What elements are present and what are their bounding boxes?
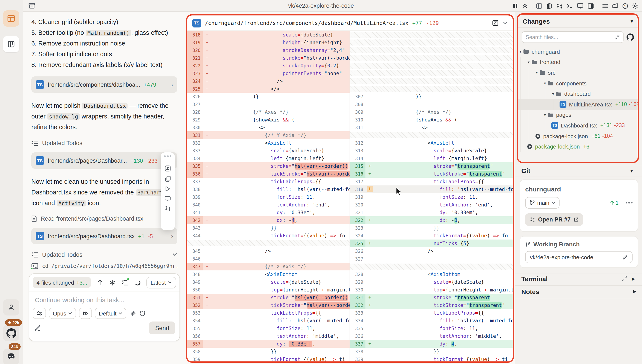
collapse-tree-icon[interactable] xyxy=(614,34,620,40)
diff-line[interactable]: 357- dy: '0.33em', xyxy=(187,340,350,348)
diff-line[interactable]: 318- scale={dateScale} xyxy=(187,31,350,39)
panel-left-toggle[interactable] xyxy=(536,3,542,9)
collapse-diff-button[interactable] xyxy=(503,22,508,24)
diff-line[interactable]: 334 fill: 'hsl(var(--muted-foreground))'… xyxy=(350,317,513,324)
display-button[interactable] xyxy=(577,3,583,9)
diff-line[interactable]: 333 scale={valueScale} xyxy=(187,147,350,154)
diff-line[interactable]: 334 left={margin.left} xyxy=(187,154,350,162)
version-dropdown[interactable]: Latest xyxy=(146,277,176,288)
terminal-section-header[interactable]: Terminal xyxy=(521,275,548,282)
scroll-up-button[interactable] xyxy=(97,280,103,286)
diff-line[interactable]: 326 )} xyxy=(187,93,350,100)
preview-button[interactable] xyxy=(165,196,171,202)
sparkle-icon[interactable] xyxy=(109,279,116,286)
git-section-header[interactable]: Git xyxy=(521,167,530,174)
diff-line[interactable]: 337+ dy: 4, xyxy=(350,340,513,348)
archive-button[interactable] xyxy=(28,2,35,9)
diff-line[interactable]: 323 }} xyxy=(350,224,513,232)
diff-line[interactable]: 329 {showAxis && ( xyxy=(187,116,350,124)
announcements-button[interactable] xyxy=(612,3,618,9)
diff-line[interactable]: 355 fontSize: 11, xyxy=(187,324,350,332)
kanban-view-button[interactable] xyxy=(3,36,19,52)
diff-line[interactable]: 349 scale={dateScale} xyxy=(187,278,350,286)
diff-line[interactable]: 331- {/* Y Axis */} xyxy=(187,131,350,139)
diff-line[interactable]: 344 tickFormat={(value) => fo xyxy=(187,232,350,240)
github-button[interactable] xyxy=(3,325,19,341)
expand-right-icon[interactable]: ▶ xyxy=(632,276,635,281)
diff-line[interactable]: 310 {showAxis && ( xyxy=(350,116,513,124)
settings-button[interactable] xyxy=(632,2,638,9)
diff-line[interactable]: 336 textAnchor: 'middle', xyxy=(350,332,513,340)
edit-branch-button[interactable] xyxy=(622,254,628,260)
diff-line[interactable]: 353 tickLabelProps={{ xyxy=(187,309,350,317)
settings-sliders-button[interactable] xyxy=(33,308,46,319)
theme-toggle[interactable] xyxy=(546,3,553,9)
working-branch-input[interactable]: vk/4e2a-explore-the-code xyxy=(525,251,632,263)
diff-line[interactable]: 356 textAnchor: 'middle', xyxy=(187,332,350,340)
add-comment-button[interactable]: + xyxy=(367,186,373,192)
diff-line[interactable]: 326 /> xyxy=(350,247,513,255)
diff-line[interactable]: 311 <> xyxy=(350,124,513,131)
diff-line[interactable]: 319 fontSize: 11, xyxy=(350,193,513,201)
pen-button[interactable] xyxy=(34,325,41,331)
mode-dropdown[interactable]: Default xyxy=(95,308,126,319)
diff-line[interactable]: 332+ tickStroke="transparent" xyxy=(350,301,513,309)
diff-line[interactable]: 321- stroke="hsl(var(--border))" xyxy=(187,54,350,62)
terminal-command-row[interactable]: cd /private/var/folders/10/h7w0q46556ggr… xyxy=(31,263,177,269)
diff-line[interactable]: 321 dy: '0.33em', xyxy=(350,208,513,216)
diff-line[interactable]: 338 fill: 'hsl(var(--muted-foreground))'… xyxy=(187,186,350,193)
diff-line[interactable]: 312 <AxisLeft xyxy=(350,139,513,147)
files-changed-pill[interactable]: 4 files changed +3... xyxy=(33,277,91,288)
diff-line[interactable]: 324 tickFormat={(value) => fo xyxy=(350,232,513,240)
tree-file-package-lock.json[interactable]: package-lock.json+61-104 xyxy=(518,131,638,142)
diff-line[interactable]: 328 {/* Axes */} xyxy=(187,108,350,116)
diff-line[interactable]: 325+ numTicks={5} xyxy=(350,240,513,247)
diff-line[interactable]: 322+ dx: -8, xyxy=(350,216,513,224)
diff-line[interactable]: 339 tickFormat={(value) => ti xyxy=(350,356,513,362)
collapse-all-button[interactable] xyxy=(522,3,528,8)
attach-button[interactable] xyxy=(131,310,136,316)
terminal-button[interactable] xyxy=(566,3,573,8)
diff-line[interactable]: 339 fontSize: 11, xyxy=(187,193,350,201)
diff-line[interactable]: 359 tickFormat={(value) => ti xyxy=(187,356,350,362)
diff-line[interactable]: 320- strokeDasharray="2,4" xyxy=(187,46,350,54)
tree-file-Dashboard.tsx[interactable]: TSDashboard.tsx+131-233 xyxy=(518,120,638,131)
diff-line[interactable]: 313 scale={valueScale} xyxy=(350,147,513,154)
diff-line[interactable]: 318+ fill: 'hsl(var(--muted-foreground))… xyxy=(350,186,513,193)
diff-line[interactable]: 354 fill: 'hsl(var(--muted-foreground))'… xyxy=(187,317,350,324)
diff-line[interactable]: 352- tickStroke="hsl(var(--border))" xyxy=(187,301,350,309)
diff-line[interactable]: 335 fontSize: 11, xyxy=(350,324,513,332)
diff-line[interactable]: 329 scale={dateScale} xyxy=(350,278,513,286)
run-button[interactable] xyxy=(165,186,171,192)
diff-view-button[interactable] xyxy=(492,20,499,26)
tree-folder-pages[interactable]: ▾pages xyxy=(518,110,638,120)
tree-folder-churnguard[interactable]: ▾churnguard xyxy=(518,46,638,57)
tree-folder-src[interactable]: ▾src xyxy=(518,68,638,78)
file-change-chip[interactable]: TS frontend/src/pages/Dashboard.tsx +1 -… xyxy=(31,228,177,244)
diff-line[interactable]: 358 }} xyxy=(187,348,350,356)
diff-line[interactable]: 345 /> xyxy=(187,247,350,255)
message-input[interactable]: Continue working on this task... xyxy=(29,292,180,306)
changes-header[interactable]: Changes ▾ xyxy=(518,14,638,28)
expand-right-icon[interactable]: ▶ xyxy=(633,289,636,294)
diff-line[interactable]: 348 <AxisBottom xyxy=(187,270,350,278)
diff-line[interactable]: 319- height={innerHeight} xyxy=(187,39,350,46)
diff-line[interactable]: 309 {/* Axes */} xyxy=(350,108,513,116)
more-options-icon[interactable] xyxy=(164,156,171,157)
diff-line[interactable]: 327 xyxy=(187,100,350,108)
diff-line[interactable]: 337 tickLabelProps={{ xyxy=(187,178,350,186)
help-button[interactable]: ? xyxy=(622,3,628,9)
agent-cat-button[interactable] xyxy=(139,310,146,316)
todos-status-button[interactable] xyxy=(122,279,128,286)
diff-line[interactable]: 346 xyxy=(187,255,350,263)
diff-line[interactable]: 315+ stroke="transparent" xyxy=(350,162,513,170)
diff-line[interactable]: 324- /> xyxy=(187,77,350,85)
layout-view-button[interactable] xyxy=(3,10,19,26)
tree-folder-frontend[interactable]: ▾frontend xyxy=(518,57,638,68)
diff-line[interactable]: 328 <AxisBottom xyxy=(350,270,513,278)
diff-line[interactable]: 322- strokeOpacity={0.2} xyxy=(187,62,350,70)
git-collapse-icon[interactable]: ▾ xyxy=(630,168,633,174)
diff-line[interactable]: 308 xyxy=(350,100,513,108)
diff-line[interactable]: 330 <> xyxy=(187,124,350,131)
git-compare-button[interactable] xyxy=(556,3,562,9)
